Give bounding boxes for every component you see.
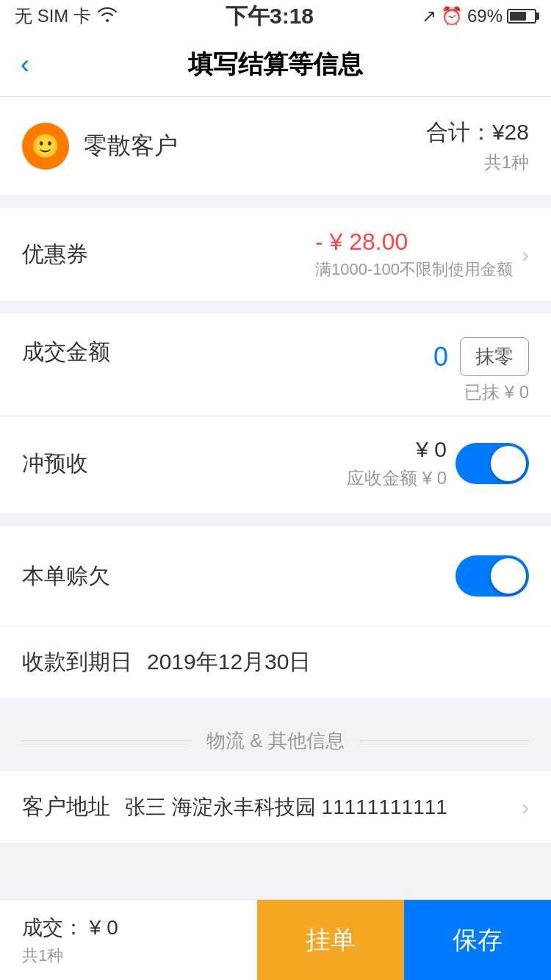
due-date-value[interactable]: 2019年12月30日 — [147, 647, 311, 677]
customer-section: 🙂 零散客户 合计：¥28 共1种 — [0, 97, 551, 195]
address-row[interactable]: 客户地址 张三 海淀永丰科技园 11111111111 › — [0, 771, 551, 843]
due-date-label: 收款到期日 — [22, 647, 132, 677]
round-zero-button[interactable]: 抹零 — [460, 337, 529, 376]
coupon-discount: - ¥ 28.00 — [315, 228, 513, 256]
coupon-value-block: - ¥ 28.00 满1000-100不限制使用金额 — [315, 228, 513, 281]
back-button[interactable]: ‹ — [21, 49, 29, 80]
debt-row: 本单赊欠 — [0, 526, 551, 627]
transaction-sub: 已抹 ¥ 0 — [464, 381, 529, 404]
carrier-label: 无 SIM 卡 — [15, 4, 91, 28]
due-date-row: 收款到期日 2019年12月30日 — [0, 627, 551, 699]
prepayment-sub: 应收金额 ¥ 0 — [347, 466, 447, 490]
alarm-icon: ⏰ — [441, 6, 463, 26]
content: 🙂 零散客户 合计：¥28 共1种 优惠券 - ¥ 28.00 满1000-10… — [0, 97, 551, 931]
battery-percent: 69% — [467, 6, 503, 26]
customer-right: 合计：¥28 共1种 — [426, 118, 529, 174]
customer-count: 共1种 — [426, 151, 529, 174]
coupon-sub: 满1000-100不限制使用金额 — [315, 259, 513, 281]
save-button[interactable]: 保存 — [404, 900, 551, 981]
nav-bar: ‹ 填写结算等信息 — [0, 32, 551, 97]
wifi-icon — [97, 6, 118, 26]
coupon-chevron: › — [522, 242, 529, 267]
toggle-knob — [491, 446, 526, 481]
transaction-input[interactable] — [389, 342, 448, 372]
customer-total: 合计：¥28 — [426, 118, 529, 148]
debt-toggle-knob — [491, 558, 526, 594]
divider-1 — [0, 196, 551, 208]
amount-top: 抹零 — [389, 337, 529, 376]
debt-toggle[interactable] — [455, 555, 529, 597]
prepayment-right: ¥ 0 应收金额 ¥ 0 — [347, 437, 529, 490]
prepayment-value: ¥ 0 — [347, 437, 447, 462]
location-icon: ↗ — [422, 6, 436, 26]
customer-avatar: 🙂 — [22, 123, 69, 170]
time-display: 下午3:18 — [226, 1, 314, 32]
status-bar: 无 SIM 卡 下午3:18 ↗ ⏰ 69% — [0, 0, 551, 32]
debt-label: 本单赊欠 — [22, 561, 110, 591]
logistics-label: 物流 & 其他信息 — [206, 728, 345, 754]
prepayment-row: 冲预收 ¥ 0 应收金额 ¥ 0 — [0, 417, 551, 514]
bottom-deal-label: 成交： — [22, 916, 84, 939]
logistics-header: 物流 & 其他信息 — [0, 710, 551, 771]
coupon-row[interactable]: 优惠券 - ¥ 28.00 满1000-100不限制使用金额 › — [0, 208, 551, 302]
coupon-right: - ¥ 28.00 满1000-100不限制使用金额 › — [315, 228, 529, 281]
avatar-icon: 🙂 — [31, 132, 60, 160]
prepayment-value-block: ¥ 0 应收金额 ¥ 0 — [347, 437, 447, 490]
address-value: 张三 海淀永丰科技园 11111111111 — [125, 793, 522, 821]
address-label: 客户地址 — [22, 792, 110, 822]
bottom-bar: 成交： ¥ 0 共1种 挂单 保存 — [0, 899, 551, 980]
transaction-row: 成交金额 抹零 已抹 ¥ 0 — [0, 314, 551, 417]
address-chevron: › — [522, 795, 529, 820]
status-left: 无 SIM 卡 — [15, 4, 118, 28]
bottom-deal: 成交： ¥ 0 — [22, 914, 235, 942]
divider-3 — [0, 514, 551, 526]
bottom-info: 成交： ¥ 0 共1种 — [0, 914, 257, 967]
divider-2 — [0, 302, 551, 314]
bottom-count: 共1种 — [22, 945, 235, 967]
divider-4 — [0, 699, 551, 710]
status-right: ↗ ⏰ 69% — [422, 6, 536, 26]
pending-button[interactable]: 挂单 — [257, 900, 404, 981]
customer-left: 🙂 零散客户 — [22, 123, 178, 170]
customer-name: 零散客户 — [84, 130, 178, 162]
page-title: 填写结算等信息 — [188, 48, 363, 82]
battery-indicator — [507, 9, 536, 24]
transaction-right: 抹零 已抹 ¥ 0 — [389, 337, 529, 404]
bottom-deal-value: ¥ 0 — [90, 916, 118, 939]
coupon-label: 优惠券 — [22, 239, 88, 270]
prepayment-label: 冲预收 — [22, 449, 88, 479]
transaction-label: 成交金额 — [22, 337, 110, 367]
prepayment-toggle[interactable] — [455, 443, 529, 484]
